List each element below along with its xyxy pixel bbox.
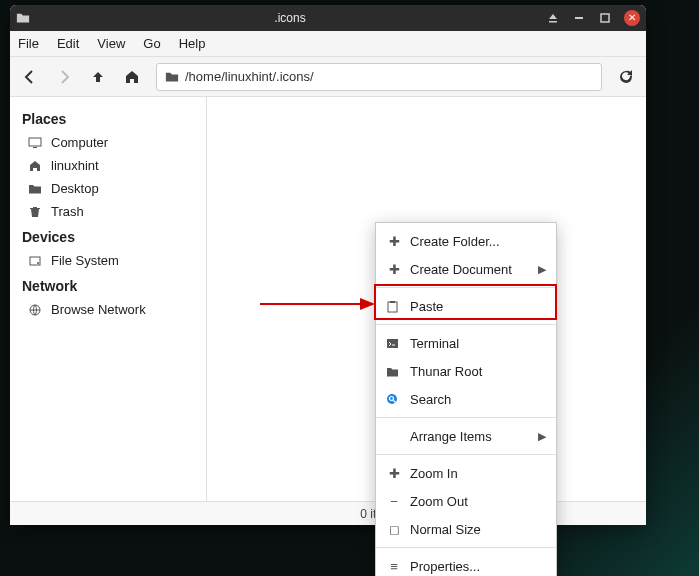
svg-rect-2	[29, 138, 41, 146]
sidebar-item-label: File System	[51, 253, 119, 268]
zoom-reset-icon: ◻	[386, 522, 402, 537]
svg-rect-1	[601, 14, 609, 22]
titlebar: .icons ✕	[10, 5, 646, 31]
menu-file[interactable]: File	[18, 36, 39, 51]
sidebar-item-computer[interactable]: Computer	[10, 131, 206, 154]
sidebar-item-label: Browse Network	[51, 302, 146, 317]
menubar: File Edit View Go Help	[10, 31, 646, 57]
clipboard-icon	[386, 300, 402, 313]
network-header: Network	[10, 272, 206, 298]
menu-edit[interactable]: Edit	[57, 36, 79, 51]
separator	[376, 417, 556, 418]
sidebar-item-label: Computer	[51, 135, 108, 150]
cm-create-folder[interactable]: ✚ Create Folder...	[376, 227, 556, 255]
menu-view[interactable]: View	[97, 36, 125, 51]
devices-header: Devices	[10, 223, 206, 249]
zoom-out-icon: −	[386, 494, 402, 509]
svg-rect-9	[387, 339, 398, 348]
toolbar: /home/linuxhint/.icons/	[10, 57, 646, 97]
minimize-button[interactable]	[572, 11, 586, 25]
path-input[interactable]: /home/linuxhint/.icons/	[156, 63, 602, 91]
sidebar-item-filesystem[interactable]: File System	[10, 249, 206, 272]
properties-icon: ≡	[386, 559, 402, 574]
eject-icon[interactable]	[546, 11, 560, 25]
menu-help[interactable]: Help	[179, 36, 206, 51]
home-icon	[28, 159, 44, 173]
folder-icon	[165, 70, 179, 84]
sidebar-item-label: Trash	[51, 204, 84, 219]
forward-button[interactable]	[54, 67, 74, 87]
places-header: Places	[10, 105, 206, 131]
cm-properties[interactable]: ≡ Properties...	[376, 552, 556, 576]
sidebar-item-network[interactable]: Browse Network	[10, 298, 206, 321]
separator	[376, 454, 556, 455]
back-button[interactable]	[20, 67, 40, 87]
context-menu: ✚ Create Folder... ✚ Create Document ▶ P…	[375, 222, 557, 576]
window-title: .icons	[34, 11, 546, 25]
sidebar-item-trash[interactable]: Trash	[10, 200, 206, 223]
reload-button[interactable]	[616, 68, 636, 86]
monitor-icon	[28, 136, 44, 150]
svg-rect-0	[575, 17, 583, 19]
svg-rect-7	[388, 302, 397, 312]
terminal-icon	[386, 337, 402, 350]
cm-search[interactable]: Search	[376, 385, 556, 413]
sidebar: Places Computer linuxhint Desktop Trash …	[10, 97, 207, 501]
cm-zoom-out[interactable]: − Zoom Out	[376, 487, 556, 515]
trash-icon	[28, 205, 44, 219]
zoom-in-icon: ✚	[386, 466, 402, 481]
folder-icon	[28, 182, 44, 196]
cm-arrange-items[interactable]: Arrange Items ▶	[376, 422, 556, 450]
menu-go[interactable]: Go	[143, 36, 160, 51]
sidebar-item-desktop[interactable]: Desktop	[10, 177, 206, 200]
chevron-right-icon: ▶	[538, 263, 546, 276]
cm-zoom-in[interactable]: ✚ Zoom In	[376, 459, 556, 487]
path-text: /home/linuxhint/.icons/	[185, 69, 314, 84]
cm-normal-size[interactable]: ◻ Normal Size	[376, 515, 556, 543]
separator	[376, 547, 556, 548]
folder-icon	[16, 11, 34, 25]
cm-terminal[interactable]: Terminal	[376, 329, 556, 357]
plus-icon: ✚	[386, 262, 402, 277]
cm-paste[interactable]: Paste	[376, 292, 556, 320]
home-button[interactable]	[122, 67, 142, 87]
separator	[376, 324, 556, 325]
maximize-button[interactable]	[598, 11, 612, 25]
close-button[interactable]: ✕	[624, 10, 640, 26]
up-button[interactable]	[88, 67, 108, 87]
sidebar-item-label: linuxhint	[51, 158, 99, 173]
chevron-right-icon: ▶	[538, 430, 546, 443]
plus-icon: ✚	[386, 234, 402, 249]
globe-icon	[28, 303, 44, 317]
sidebar-item-label: Desktop	[51, 181, 99, 196]
folder-icon	[386, 365, 402, 378]
sidebar-item-home[interactable]: linuxhint	[10, 154, 206, 177]
search-icon	[386, 393, 402, 406]
svg-rect-8	[390, 301, 395, 303]
cm-thunar-root[interactable]: Thunar Root	[376, 357, 556, 385]
separator	[376, 287, 556, 288]
disk-icon	[28, 254, 44, 268]
cm-create-document[interactable]: ✚ Create Document ▶	[376, 255, 556, 283]
svg-rect-3	[33, 147, 37, 148]
svg-point-5	[37, 262, 39, 264]
